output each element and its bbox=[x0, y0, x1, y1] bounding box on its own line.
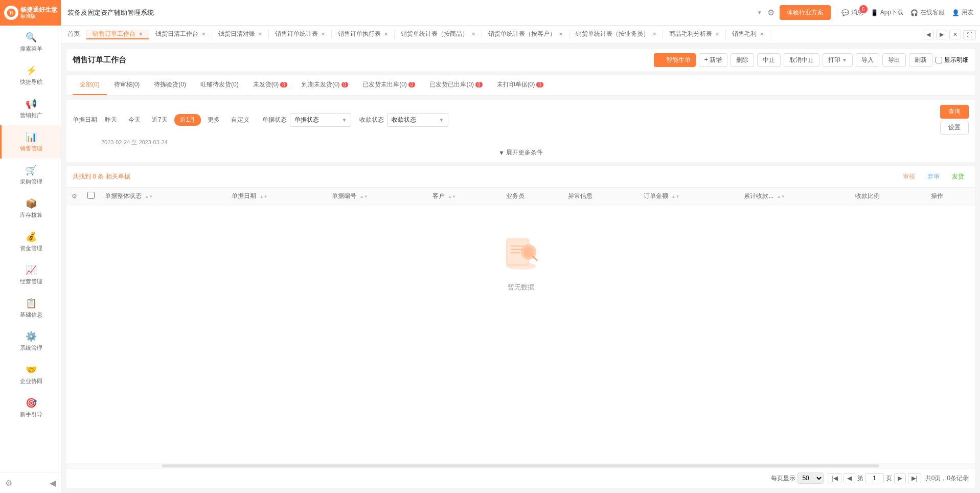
tab-close-2[interactable]: ✕ bbox=[201, 31, 206, 37]
tab-7[interactable]: 销货单统计表（按客户）✕ bbox=[482, 30, 569, 38]
expand-button[interactable]: ▼ 展开更多条件 bbox=[498, 148, 543, 157]
show-detail-label[interactable]: 显示明细 bbox=[936, 56, 969, 64]
filter-tab-0[interactable]: 全部(0) bbox=[73, 75, 107, 95]
sidebar-item-新手引导[interactable]: 🎯 新手引导 bbox=[0, 391, 61, 424]
tab-6[interactable]: 销货单统计表（按商品）✕ bbox=[395, 30, 482, 38]
filter-tab-8[interactable]: 未打印单据(0)0 bbox=[490, 75, 551, 95]
cancel-stop-button[interactable]: 取消中止 bbox=[784, 53, 819, 67]
stop-button[interactable]: 中止 bbox=[757, 53, 781, 67]
tab-close-7[interactable]: ✕ bbox=[559, 31, 563, 37]
sidebar-icon-10: 🤝 bbox=[26, 364, 37, 375]
tab-2[interactable]: 钱货日清工作台✕ bbox=[149, 30, 212, 38]
date-btn-1month[interactable]: 近1月 bbox=[174, 114, 201, 126]
sidebar-item-快捷导航[interactable]: ⚡ 快捷导航 bbox=[0, 59, 61, 92]
sidebar-item-销售管理[interactable]: 📊 销售管理 bbox=[0, 125, 61, 159]
user-item[interactable]: 👤 用友 bbox=[952, 8, 974, 17]
per-page-select[interactable]: 50 100 200 bbox=[797, 473, 824, 484]
page-header: 销售订单工作台 ★ 智能生单 + 新增 删除 中止 取消中止 打印 ▼ 导入 导… bbox=[66, 49, 975, 71]
cancel-audit-button[interactable]: 弃审 bbox=[923, 170, 944, 183]
column-settings-icon[interactable]: ⚙ bbox=[72, 193, 77, 200]
tab-close-8[interactable]: ✕ bbox=[652, 31, 656, 37]
online-service-item[interactable]: 🎧 在线客服 bbox=[910, 8, 945, 17]
first-page-button[interactable]: |◀ bbox=[828, 473, 841, 483]
date-btn-7days[interactable]: 近7天 bbox=[147, 114, 172, 126]
ship-button[interactable]: 发货 bbox=[947, 170, 969, 183]
refresh-button[interactable]: 刷新 bbox=[909, 53, 932, 67]
tab-0[interactable]: 首页 bbox=[61, 30, 86, 38]
tab-next-button[interactable]: ▶ bbox=[936, 30, 947, 39]
tab-fullscreen-button[interactable]: ⛶ bbox=[963, 30, 976, 39]
payment-label: 收款状态 bbox=[359, 116, 384, 124]
message-item[interactable]: 💬 6 消息 bbox=[841, 8, 863, 17]
sidebar-item-库存核算[interactable]: 📦 库存核算 bbox=[0, 192, 61, 225]
date-range-text: 2023-02-24 至 2023-03-24 bbox=[101, 139, 168, 146]
smart-create-button[interactable]: ★ 智能生单 bbox=[654, 53, 696, 67]
query-button[interactable]: 查询 bbox=[940, 105, 969, 119]
tab-close-10[interactable]: ✕ bbox=[760, 31, 764, 37]
print-button[interactable]: 打印 ▼ bbox=[823, 53, 853, 67]
next-page-button[interactable]: ▶ bbox=[894, 473, 906, 483]
tab-10[interactable]: 销售毛利✕ bbox=[726, 30, 770, 38]
tab-4[interactable]: 销售订单统计表✕ bbox=[269, 30, 332, 38]
collapse-icon[interactable]: ◀ bbox=[50, 478, 56, 488]
show-detail-checkbox[interactable] bbox=[936, 57, 942, 63]
tab-prev-button[interactable]: ◀ bbox=[923, 30, 934, 39]
last-page-button[interactable]: ▶| bbox=[908, 473, 921, 483]
filter-tab-7[interactable]: 已发货已出库(0)0 bbox=[422, 75, 489, 95]
setting-button[interactable]: 设置 bbox=[940, 121, 969, 135]
col-date: 单据日期 ▲▼ bbox=[226, 188, 327, 205]
sidebar-item-营销推广[interactable]: 📢 营销推广 bbox=[0, 92, 61, 125]
tab-9[interactable]: 商品毛利分析表✕ bbox=[663, 30, 726, 38]
tab-close-6[interactable]: ✕ bbox=[471, 31, 475, 37]
page-input[interactable] bbox=[865, 473, 884, 483]
sidebar-item-搜索菜单[interactable]: 🔍 搜索菜单 bbox=[0, 26, 61, 59]
filter-badge-4: 0 bbox=[280, 82, 287, 87]
sidebar-item-经营管理[interactable]: 📈 经营管理 bbox=[0, 258, 61, 292]
settings-icon[interactable]: ⚙ bbox=[5, 478, 12, 488]
date-btn-today[interactable]: 今天 bbox=[124, 114, 145, 126]
tab-close-9[interactable]: ✕ bbox=[715, 31, 719, 37]
select-all-checkbox[interactable] bbox=[87, 192, 95, 199]
content: 销售订单工作台 ★ 智能生单 + 新增 删除 中止 取消中止 打印 ▼ 导入 导… bbox=[61, 44, 980, 493]
sidebar-item-企业协同[interactable]: 🤝 企业协同 bbox=[0, 358, 61, 391]
app-download-item[interactable]: 📱 App下载 bbox=[871, 8, 903, 17]
filter-tab-1[interactable]: 待审核(0) bbox=[107, 75, 147, 95]
pagination: 每页显示 50 100 200 |◀ ◀ 第 页 ▶ ▶| 共0页，0条 bbox=[66, 468, 975, 488]
payment-select[interactable]: 收款状态 ▼ bbox=[387, 113, 448, 127]
sidebar-item-基础信息[interactable]: 📋 基础信息 bbox=[0, 292, 61, 325]
filter-tab-3[interactable]: 旺铺待发货(0) bbox=[193, 75, 246, 95]
tab-close-all-button[interactable]: ✕ bbox=[949, 30, 961, 39]
tab-close-5[interactable]: ✕ bbox=[384, 31, 388, 37]
add-button[interactable]: + 新增 bbox=[699, 53, 727, 67]
settings-icon[interactable]: ⚙ bbox=[767, 8, 774, 17]
filter-tab-4[interactable]: 未发货(0)0 bbox=[246, 75, 294, 95]
sidebar-icon-0: 🔍 bbox=[26, 32, 37, 43]
experience-button[interactable]: 体验行业方案 bbox=[780, 5, 831, 20]
tab-1[interactable]: 销售订单工作台✕ bbox=[86, 30, 149, 39]
horizontal-scrollbar[interactable] bbox=[162, 464, 879, 467]
prev-page-button[interactable]: ◀ bbox=[844, 473, 855, 483]
tab-3[interactable]: 钱货日清对账✕ bbox=[212, 30, 269, 38]
tab-close-3[interactable]: ✕ bbox=[258, 31, 262, 37]
tab-5[interactable]: 销售订单执行表✕ bbox=[332, 30, 395, 38]
audit-button[interactable]: 审核 bbox=[898, 170, 920, 183]
tab-close-1[interactable]: ✕ bbox=[139, 31, 143, 37]
date-btn-custom[interactable]: 自定义 bbox=[226, 114, 254, 126]
col-number: 单据编号 ▲▼ bbox=[327, 188, 427, 205]
date-btn-yesterday[interactable]: 昨天 bbox=[100, 114, 122, 126]
filter-tab-5[interactable]: 到期未发货(0)0 bbox=[294, 75, 355, 95]
empty-icon bbox=[495, 226, 546, 277]
sidebar-item-采购管理[interactable]: 🛒 采购管理 bbox=[0, 159, 61, 192]
tab-close-4[interactable]: ✕ bbox=[321, 31, 325, 37]
sidebar-item-系统管理[interactable]: ⚙️ 系统管理 bbox=[0, 325, 61, 358]
filter-tab-2[interactable]: 待拣验货(0) bbox=[147, 75, 193, 95]
date-btn-more[interactable]: 更多 bbox=[203, 114, 224, 126]
tab-8[interactable]: 销货单统计表（按业务员）✕ bbox=[569, 30, 663, 38]
import-button[interactable]: 导入 bbox=[856, 53, 879, 67]
tab-label-1: 销售订单工作台 bbox=[93, 30, 135, 38]
export-button[interactable]: 导出 bbox=[882, 53, 906, 67]
status-select[interactable]: 单据状态 ▼ bbox=[290, 113, 351, 127]
sidebar-item-资金管理[interactable]: 💰 资金管理 bbox=[0, 225, 61, 258]
delete-button[interactable]: 删除 bbox=[731, 53, 754, 67]
filter-tab-6[interactable]: 已发货未出库(0)0 bbox=[355, 75, 422, 95]
